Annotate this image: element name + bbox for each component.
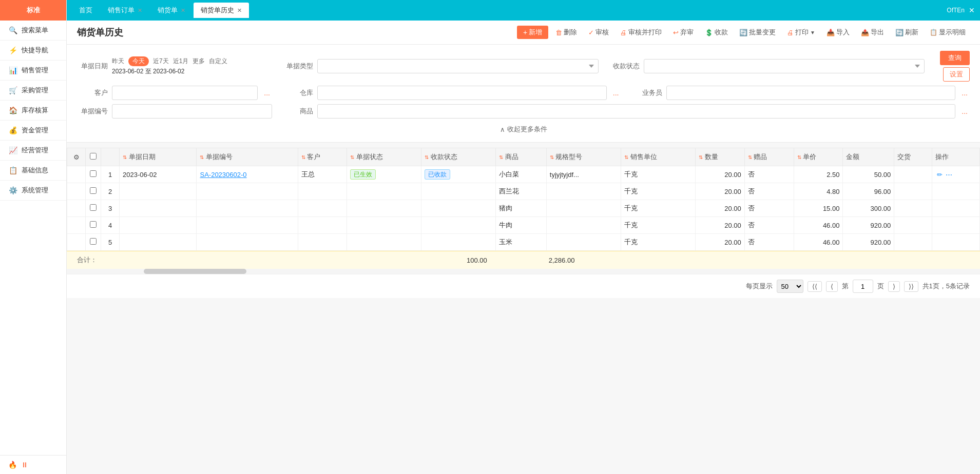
first-page-button[interactable]: ⟨⟨ [808, 281, 822, 292]
goods-input[interactable] [317, 104, 955, 118]
row-docstatus [347, 234, 421, 251]
collapse-label: 收起更多条件 [507, 125, 547, 134]
row-checkbox[interactable] [90, 221, 97, 228]
export-button[interactable]: 📤 导出 [857, 26, 888, 39]
customer-input[interactable] [112, 86, 258, 100]
sort-icon-qty: ⇅ [699, 154, 703, 160]
refresh-button[interactable]: 🔄 刷新 [891, 26, 923, 39]
abandon-button[interactable]: ↩ 弃审 [669, 26, 698, 39]
delete-button[interactable]: 🗑 删除 [551, 26, 581, 39]
customer-ellipsis[interactable]: ... [262, 89, 272, 97]
col-settings-header[interactable]: ⚙ [67, 148, 86, 166]
row-check[interactable] [86, 234, 101, 251]
query-button[interactable]: 查询 [940, 51, 970, 65]
col-docstatus-header[interactable]: ⇅ 单据状态 [347, 148, 421, 166]
salesman-ellipsis[interactable]: ... [959, 89, 970, 97]
prev-page-button[interactable]: ⟨ [826, 281, 838, 292]
sidebar-item-basic[interactable]: 📋 基础信息 [0, 161, 66, 181]
row-customer [298, 183, 347, 200]
page-number-input[interactable] [853, 280, 873, 293]
scrollbar-thumb[interactable] [144, 269, 246, 274]
col-check-header[interactable] [86, 148, 101, 166]
col-collectstatus-header[interactable]: ⇅ 收款状态 [421, 148, 496, 166]
salesman-input[interactable] [666, 86, 956, 100]
import-button[interactable]: 📥 导入 [822, 26, 854, 39]
more-op-button[interactable]: ⋯ [944, 171, 954, 179]
col-date-header[interactable]: ⇅ 单据日期 [120, 148, 197, 166]
sidebar-item-operation[interactable]: 📈 经营管理 [0, 141, 66, 161]
collapse-button[interactable]: ∧ 收起更多条件 [498, 123, 549, 136]
audit-button[interactable]: ✓ 审核 [584, 26, 613, 39]
row-checkbox[interactable] [90, 187, 97, 194]
col-spec-header[interactable]: ⇅ 规格型号 [546, 148, 621, 166]
fire-icon[interactable]: 🔥 [8, 461, 17, 469]
tab-sales-history[interactable]: 销货单历史 ✕ [194, 3, 249, 18]
print-button[interactable]: 🖨 打印 ▼ [783, 26, 819, 39]
date-tab-today[interactable]: 今天 [128, 56, 149, 66]
sidebar-item-search[interactable]: 🔍 搜索菜单 [0, 21, 66, 41]
row-checkbox[interactable] [90, 204, 97, 211]
per-page-select[interactable]: 50 20 100 [777, 280, 803, 293]
sidebar-item-system[interactable]: ⚙️ 系统管理 [0, 181, 66, 201]
tab-home[interactable]: 首页 [72, 3, 100, 18]
col-gift-header[interactable]: ⇅ 赠品 [744, 148, 794, 166]
date-tab-custom[interactable]: 自定义 [209, 57, 227, 66]
tab-sales-delivery[interactable]: 销货单 ✕ [150, 3, 193, 18]
date-tab-more[interactable]: 更多 [193, 57, 205, 66]
select-all-checkbox[interactable] [90, 153, 97, 160]
doc-no-link[interactable]: SA-20230602-0 [200, 171, 246, 179]
doc-no-input[interactable] [112, 104, 272, 118]
col-unit-header[interactable]: ⇅ 销售单位 [621, 148, 695, 166]
col-customer-header[interactable]: ⇅ 客户 [298, 148, 347, 166]
row-check[interactable] [86, 200, 101, 217]
warehouse-ellipsis[interactable]: ... [611, 89, 621, 97]
page-title: 销货单历史 [77, 26, 123, 38]
pause-icon[interactable]: ⏸ [21, 461, 28, 469]
last-page-button[interactable]: ⟩⟩ [904, 281, 918, 292]
col-docno-header[interactable]: ⇅ 单据编号 [197, 148, 298, 166]
new-button[interactable]: + 新增 [517, 26, 548, 39]
sidebar-item-purchase[interactable]: 🛒 采购管理 [0, 81, 66, 101]
row-check[interactable] [86, 166, 101, 183]
tab-sales-order[interactable]: 销售订单 ✕ [101, 3, 149, 18]
sidebar-item-sales[interactable]: 📊 销售管理 [0, 61, 66, 81]
audit-icon: ✓ [588, 29, 594, 36]
row-amount: 920.00 [843, 217, 894, 234]
col-qty-header[interactable]: ⇅ 数量 [695, 148, 744, 166]
col-price-header[interactable]: ⇅ 单价 [794, 148, 843, 166]
tab-sales-order-close[interactable]: ✕ [138, 7, 142, 14]
sort-icon-customer: ⇅ [301, 154, 305, 160]
batch-change-button[interactable]: 🔄 批量变更 [735, 26, 780, 39]
row-checkbox[interactable] [90, 170, 97, 177]
warehouse-input[interactable] [317, 86, 607, 100]
doc-type-select[interactable] [317, 59, 599, 73]
row-checkbox[interactable] [90, 238, 97, 245]
audit-print-button[interactable]: 🖨 审核并打印 [616, 26, 666, 39]
show-detail-button[interactable]: 📋 显示明细 [926, 26, 970, 39]
collect-status-select[interactable] [644, 59, 925, 73]
doc-type-label: 单据类型 [282, 62, 313, 71]
topbar-close-icon[interactable]: ✕ [969, 6, 975, 14]
horizontal-scrollbar[interactable] [67, 269, 980, 274]
sidebar-item-quick[interactable]: ⚡ 快捷导航 [0, 41, 66, 61]
row-goods: 西兰花 [496, 183, 546, 200]
date-tab-1month[interactable]: 近1月 [173, 57, 189, 66]
next-page-button[interactable]: ⟩ [888, 281, 900, 292]
col-amount-header[interactable]: 金额 [843, 148, 894, 166]
row-check[interactable] [86, 217, 101, 234]
sidebar-item-inventory[interactable]: 🏠 库存核算 [0, 101, 66, 121]
date-tab-yesterday[interactable]: 昨天 [112, 57, 124, 66]
date-tab-7days[interactable]: 近7天 [153, 57, 169, 66]
row-unit: 千克 [621, 217, 695, 234]
row-price: 46.00 [794, 234, 843, 251]
collect-button[interactable]: 💲 收款 [701, 26, 732, 39]
row-check[interactable] [86, 183, 101, 200]
tab-sales-delivery-close[interactable]: ✕ [181, 7, 185, 14]
goods-ellipsis[interactable]: ... [959, 107, 970, 115]
sidebar-item-finance[interactable]: 💰 资金管理 [0, 121, 66, 141]
setting-button[interactable]: 设置 [943, 67, 970, 82]
edit-op-button[interactable]: ✏ [935, 171, 944, 179]
tab-sales-history-close[interactable]: ✕ [237, 7, 242, 14]
col-goods-header[interactable]: ⇅ 商品 [496, 148, 546, 166]
sort-icon-gift: ⇅ [748, 154, 752, 160]
